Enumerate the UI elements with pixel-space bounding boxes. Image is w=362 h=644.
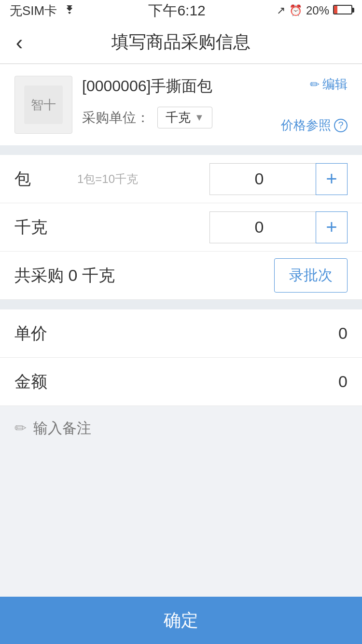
bag-sub-label: 1包=10千克: [77, 171, 209, 187]
wifi-icon: [62, 5, 77, 16]
kg-field-wrap: +: [209, 211, 348, 243]
dropdown-icon: ▼: [195, 112, 204, 123]
kg-input[interactable]: [209, 211, 316, 243]
status-carrier: 无SIM卡: [10, 2, 77, 19]
edit-button[interactable]: ✏ 编辑: [310, 76, 348, 93]
status-right: ↗ ⏰ 20%: [277, 4, 352, 17]
back-button[interactable]: ‹: [0, 21, 39, 64]
nav-bar: ‹ 填写商品采购信息: [0, 21, 362, 64]
bag-input-row: 包 1包=10千克 +: [0, 155, 362, 203]
unit-value: 千克: [166, 109, 191, 126]
bag-field-wrap: +: [209, 163, 348, 195]
product-name: [0000006]手撕面包: [82, 76, 348, 97]
edit-label: 编辑: [322, 76, 348, 93]
battery-icon: [333, 4, 352, 17]
unit-selector[interactable]: 千克 ▼: [157, 107, 212, 128]
confirm-button[interactable]: 确定: [0, 597, 362, 644]
help-icon: ?: [334, 119, 348, 132]
total-row: 共采购 0 千克 录批次: [0, 252, 362, 300]
record-batch-button[interactable]: 录批次: [274, 258, 348, 293]
section-separator-2: [0, 300, 362, 309]
price-label: 单价: [14, 322, 338, 345]
price-row: 单价 0: [0, 309, 362, 358]
amount-row: 金额 0: [0, 358, 362, 406]
back-arrow-icon: ‹: [16, 30, 23, 55]
kg-input-row: 千克 +: [0, 203, 362, 252]
amount-label: 金额: [14, 371, 338, 393]
remark-section: ✏: [0, 406, 362, 450]
logo-text: 智十: [31, 97, 56, 113]
bag-plus-button[interactable]: +: [316, 163, 348, 195]
carrier-text: 无SIM卡: [10, 2, 57, 19]
status-time: 下午6:12: [148, 1, 205, 21]
product-image: 智十: [14, 76, 72, 134]
kg-plus-button[interactable]: +: [316, 211, 348, 243]
product-logo: 智十: [24, 85, 63, 124]
page-title: 填写商品采购信息: [111, 30, 251, 54]
battery-text: 20%: [306, 4, 329, 17]
product-card: 智十 [0000006]手撕面包 采购单位： 千克 ▼ ✏ 编辑 价格参照 ?: [0, 64, 362, 145]
total-label: 共采购 0 千克: [14, 265, 274, 287]
status-bar: 无SIM卡 下午6:12 ↗ ⏰ 20%: [0, 0, 362, 21]
alarm-icon: ⏰: [289, 4, 302, 17]
bag-input[interactable]: [209, 163, 316, 195]
remark-input[interactable]: [33, 420, 348, 436]
location-icon: ↗: [277, 4, 285, 17]
amount-value: 0: [338, 372, 348, 391]
price-ref-button[interactable]: 价格参照 ?: [281, 117, 348, 134]
price-value: 0: [338, 324, 348, 343]
bag-label: 包: [14, 168, 72, 190]
info-section: 单价 0 金额 0: [0, 309, 362, 406]
kg-label: 千克: [14, 216, 72, 238]
edit-icon: ✏: [310, 78, 320, 91]
price-ref-label: 价格参照: [281, 117, 331, 134]
section-separator-1: [0, 145, 362, 155]
unit-label: 采购单位：: [82, 109, 150, 127]
pencil-icon: ✏: [14, 420, 27, 436]
input-section: 包 1包=10千克 + 千克 +: [0, 155, 362, 252]
